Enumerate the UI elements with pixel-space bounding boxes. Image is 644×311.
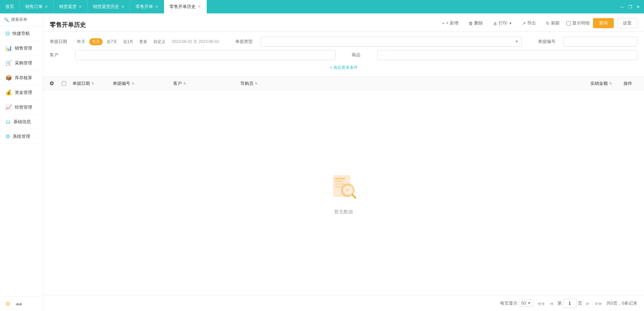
- add-button[interactable]: + + 新增: [439, 18, 462, 28]
- select-all-checkbox[interactable]: [62, 81, 66, 86]
- sidebar-item-operations[interactable]: 📈 经营管理: [0, 100, 43, 115]
- display-detail-input[interactable]: [566, 21, 571, 25]
- page-size-value: 50: [521, 301, 526, 306]
- print-button[interactable]: 🖨 打印 ▼: [490, 18, 515, 28]
- doc-no-filter-label: 单据编号: [538, 39, 558, 45]
- tab-sales-order-close[interactable]: ✕: [45, 4, 48, 9]
- query-button[interactable]: 查询: [593, 18, 614, 28]
- tab-retail-open-history-close[interactable]: ✕: [198, 4, 201, 9]
- customer-placeholder: ···: [78, 53, 85, 58]
- tab-retail-open[interactable]: 零售开单 ✕: [130, 0, 164, 13]
- doc-type-select[interactable]: ▼: [261, 37, 522, 47]
- last-page-btn[interactable]: ▶▶: [594, 299, 604, 308]
- date-btn-1month[interactable]: 近1月: [121, 38, 136, 45]
- settings-bottom-icon[interactable]: ⚙: [5, 301, 10, 307]
- sidebar-item-quick-nav[interactable]: ⊟ 快捷导航: [0, 26, 43, 41]
- tab-sales-return-history-close[interactable]: ✕: [121, 4, 125, 9]
- restore-btn[interactable]: ❐: [628, 4, 632, 9]
- th-amount[interactable]: 实销金额 ⇅: [278, 81, 614, 87]
- sidebar-bottom: ⚙ ◀◀: [0, 296, 43, 311]
- date-btn-custom[interactable]: 自定义: [151, 38, 167, 45]
- svg-rect-2: [335, 181, 343, 182]
- th-customer-sort-icon: ⇅: [183, 82, 186, 85]
- delete-icon: 🗑: [468, 21, 473, 26]
- filter-row-1: 单据日期 昨天 今天 近7天 近1月 更多 自定义 2023-06-02 至 2…: [50, 37, 637, 47]
- tab-sales-return-close[interactable]: ✕: [79, 4, 82, 9]
- inventory-icon: 📦: [5, 74, 12, 81]
- tab-retail-open-history[interactable]: 零售开单历史 ✕: [164, 0, 207, 13]
- collapse-filter-bar[interactable]: ∧ 收起更多条件: [50, 63, 637, 72]
- th-order-sort-icon: ⇅: [132, 82, 134, 85]
- tab-sales-return-label: 销货退货: [59, 4, 77, 10]
- search-icon: 🔍: [4, 17, 9, 22]
- sidebar-item-quick-nav-label: 快捷导航: [12, 31, 30, 37]
- tab-retail-open-label: 零售开单: [136, 4, 153, 10]
- quick-nav-icon: ⊟: [5, 30, 10, 37]
- svg-rect-4: [335, 186, 342, 187]
- settings-label: 设置: [623, 20, 632, 25]
- date-btn-7days[interactable]: 近7天: [105, 38, 119, 45]
- sidebar-item-purchase-mgmt-label: 采购管理: [15, 60, 32, 66]
- th-customer[interactable]: 客户 ⇅: [170, 81, 238, 87]
- tab-retail-open-close[interactable]: ✕: [155, 4, 158, 9]
- page-size-arrow-icon: ▼: [528, 301, 531, 305]
- empty-state: 暂无数据: [43, 90, 644, 295]
- sidebar-item-inventory[interactable]: 📦 库存核算: [0, 70, 43, 85]
- sidebar-search[interactable]: 🔍 搜索采单: [0, 13, 43, 26]
- next-page-btn[interactable]: ▶: [584, 299, 593, 308]
- th-date[interactable]: 单据日期 ⇅: [70, 81, 110, 87]
- tab-sales-order[interactable]: 销售订单 ✕: [20, 0, 54, 13]
- main-layout: 🔍 搜索采单 ⊟ 快捷导航 📊 销售管理 🛒 采购管理 📦 库存核算 💰 资金管…: [0, 13, 644, 311]
- sidebar-item-basic-info[interactable]: 🗂 基础信息: [0, 115, 43, 129]
- tab-home[interactable]: 首页: [0, 0, 20, 13]
- th-op: 操作: [614, 81, 641, 87]
- pagination: 每页显示 50 ▼ ◀◀ ◀ 第 页 ▶ ▶▶ 共0页，0条记录: [43, 295, 644, 311]
- refresh-button[interactable]: ↻ 刷新: [543, 18, 563, 28]
- page-size-box[interactable]: 50 ▼: [519, 300, 533, 307]
- minimize-btn[interactable]: —: [620, 4, 624, 9]
- delete-button[interactable]: 🗑 删除: [465, 18, 486, 28]
- display-detail-checkbox[interactable]: 显示明细: [566, 20, 590, 26]
- th-order-no[interactable]: 单据编号 ⇅: [110, 81, 170, 87]
- svg-point-6: [344, 186, 351, 194]
- date-btn-today[interactable]: 今天: [89, 38, 103, 45]
- product-select[interactable]: ···: [377, 50, 638, 60]
- sidebar-item-purchase-mgmt[interactable]: 🛒 采购管理: [0, 56, 43, 70]
- svg-rect-3: [335, 184, 344, 185]
- sidebar-item-sys-mgmt[interactable]: ⚙ 系统管理: [0, 129, 43, 144]
- svg-rect-1: [335, 178, 345, 179]
- sidebar-item-sales-mgmt[interactable]: 📊 销售管理: [0, 41, 43, 56]
- first-page-btn[interactable]: ◀◀: [536, 299, 545, 308]
- date-range-display: 2023-06-02 至 2023-06-02: [171, 39, 219, 45]
- sidebar-item-finance[interactable]: 💰 资金管理: [0, 85, 43, 100]
- close-btn[interactable]: ✕: [636, 4, 640, 9]
- page-input[interactable]: [563, 299, 577, 308]
- date-btn-more[interactable]: 更多: [137, 38, 149, 45]
- print-icon: 🖨: [493, 21, 497, 26]
- tab-sales-return-history[interactable]: 销货退货历史 ✕: [88, 0, 130, 13]
- export-button[interactable]: ↗ 导出: [519, 18, 539, 28]
- table-column-settings-btn[interactable]: ⚙: [46, 80, 58, 87]
- collapse-sidebar-icon[interactable]: ◀◀: [15, 302, 21, 306]
- sidebar: 🔍 搜索采单 ⊟ 快捷导航 📊 销售管理 🛒 采购管理 📦 库存核算 💰 资金管…: [0, 13, 43, 311]
- date-btn-yesterday[interactable]: 昨天: [75, 38, 87, 45]
- settings-button[interactable]: 设置: [617, 18, 637, 28]
- content-area: 零售开单历史 + + 新增 🗑 删除 🖨 打印 ▼ ↗ 导出: [43, 13, 644, 311]
- sidebar-item-operations-label: 经营管理: [15, 104, 32, 110]
- page-size-label: 每页显示: [500, 300, 517, 306]
- table-select-all[interactable]: [58, 81, 70, 86]
- doc-type-filter-label: 单据类型: [235, 39, 255, 45]
- table-header: ⚙ 单据日期 ⇅ 单据编号 ⇅ 客户 ⇅ 导购员 ⇅: [43, 77, 644, 90]
- doc-no-input[interactable]: [563, 37, 637, 47]
- tab-sales-return[interactable]: 销货退货 ✕: [54, 0, 88, 13]
- prev-page-btn[interactable]: ◀: [547, 299, 556, 308]
- toolbar: + + 新增 🗑 删除 🖨 打印 ▼ ↗ 导出 ↻: [439, 18, 637, 32]
- purchase-mgmt-icon: 🛒: [5, 60, 12, 66]
- query-label: 查询: [599, 20, 608, 25]
- th-guide[interactable]: 导购员 ⇅: [238, 81, 278, 87]
- th-customer-label: 客户: [173, 81, 182, 87]
- doc-type-arrow-icon: ▼: [515, 39, 519, 44]
- table-wrapper: ⚙ 单据日期 ⇅ 单据编号 ⇅ 客户 ⇅ 导购员 ⇅: [43, 77, 644, 295]
- export-icon: ↗: [522, 21, 526, 26]
- customer-select[interactable]: ···: [75, 50, 336, 60]
